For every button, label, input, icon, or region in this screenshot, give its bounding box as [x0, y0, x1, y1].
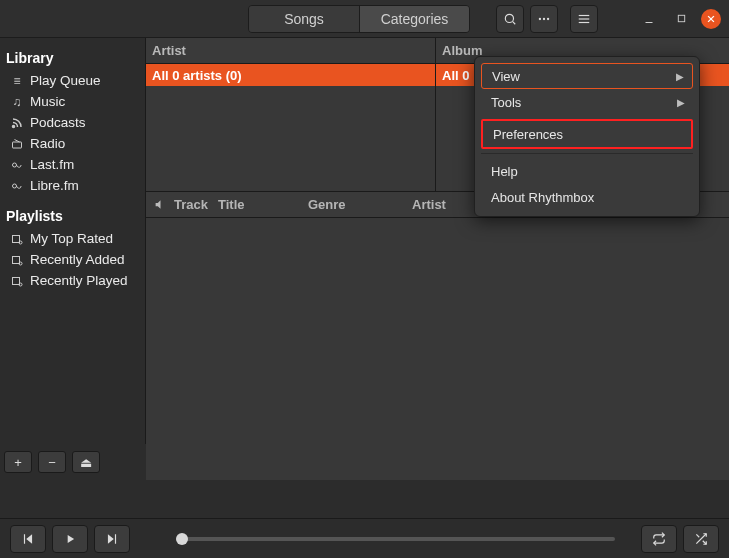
repeat-icon	[652, 532, 666, 546]
menu-help[interactable]: Help	[481, 158, 693, 184]
sidebar-item-label: Last.fm	[30, 157, 74, 172]
artist-list[interactable]: All 0 artists (0)	[146, 64, 436, 191]
svg-point-2	[539, 17, 541, 19]
eject-button[interactable]: ⏏	[72, 451, 100, 473]
sidebar-item-label: Libre.fm	[30, 178, 79, 193]
seek-handle[interactable]	[176, 533, 188, 545]
window-close[interactable]	[701, 9, 721, 29]
tab-categories[interactable]: Categories	[359, 6, 469, 32]
menu-separator	[481, 153, 693, 154]
svg-point-18	[19, 241, 22, 244]
maximize-icon	[676, 13, 687, 24]
svg-point-0	[505, 14, 513, 22]
sidebar-item-lastfm[interactable]: Last.fm	[0, 154, 145, 175]
svg-point-4	[547, 17, 549, 19]
minimize-icon	[643, 13, 655, 25]
artist-row-all[interactable]: All 0 artists (0)	[146, 64, 435, 86]
shuffle-icon	[694, 532, 708, 546]
menu-label: Preferences	[493, 127, 563, 142]
svg-point-22	[19, 283, 22, 286]
svg-point-12	[13, 125, 15, 127]
column-header-playing[interactable]	[146, 198, 174, 211]
search-icon	[503, 12, 517, 26]
column-header-artist[interactable]: Artist	[146, 38, 436, 63]
svg-point-20	[19, 262, 22, 265]
play-button[interactable]	[52, 525, 88, 553]
shuffle-button[interactable]	[683, 525, 719, 553]
sidebar-item-podcasts[interactable]: Podcasts	[0, 112, 145, 133]
seek-track	[176, 537, 615, 541]
sidebar-item-label: My Top Rated	[30, 231, 113, 246]
sidebar-item-label: Podcasts	[30, 115, 86, 130]
search-button[interactable]	[496, 5, 524, 33]
menu-label: Tools	[491, 95, 521, 110]
sidebar-bottom-toolbar: + − ⏏	[0, 444, 146, 480]
sidebar-item-label: Radio	[30, 136, 65, 151]
sidebar-item-recently-played[interactable]: Recently Played	[0, 270, 145, 291]
menu-about[interactable]: About Rhythmbox	[481, 184, 693, 210]
minus-icon: −	[48, 455, 56, 470]
sidebar-item-play-queue[interactable]: ≡ Play Queue	[0, 70, 145, 91]
song-list[interactable]	[146, 218, 729, 480]
skip-forward-icon	[105, 532, 119, 546]
seek-bar[interactable]	[176, 537, 615, 541]
repeat-button[interactable]	[641, 525, 677, 553]
window-maximize[interactable]	[669, 7, 693, 31]
hamburger-icon	[577, 12, 591, 26]
app-menu-button[interactable]	[570, 5, 598, 33]
music-icon: ♫	[10, 95, 24, 109]
menu-preferences[interactable]: Preferences	[481, 119, 693, 149]
window-minimize[interactable]	[637, 7, 661, 31]
sidebar-item-label: Play Queue	[30, 73, 101, 88]
svg-rect-17	[13, 235, 20, 242]
sidebar-item-label: Music	[30, 94, 65, 109]
speaker-icon	[154, 198, 167, 211]
list-icon: ≡	[10, 74, 24, 88]
rss-icon	[10, 117, 24, 129]
sidebar-item-librefm[interactable]: Libre.fm	[0, 175, 145, 196]
svg-rect-13	[13, 142, 22, 148]
chevron-right-icon: ▶	[677, 97, 685, 108]
sidebar-item-radio[interactable]: Radio	[0, 133, 145, 154]
svg-point-15	[13, 163, 17, 167]
svg-line-1	[513, 21, 516, 24]
sidebar-item-label: Recently Added	[30, 252, 125, 267]
titlebar: Songs Categories	[0, 0, 729, 38]
librefm-icon	[10, 180, 24, 192]
playlist-auto-icon	[10, 254, 24, 266]
menu-view[interactable]: View ▶	[481, 63, 693, 89]
radio-icon	[10, 138, 24, 150]
sidebar-item-label: Recently Played	[30, 273, 128, 288]
playlist-remove-button[interactable]: −	[38, 451, 66, 473]
menu-label: About Rhythmbox	[491, 190, 594, 205]
sidebar-item-recently-added[interactable]: Recently Added	[0, 249, 145, 270]
playlist-add-button[interactable]: +	[4, 451, 32, 473]
sidebar-item-top-rated[interactable]: My Top Rated	[0, 228, 145, 249]
lastfm-icon	[10, 159, 24, 171]
column-header-title[interactable]: Title	[218, 197, 308, 212]
svg-rect-19	[13, 256, 20, 263]
sidebar-heading-library: Library	[0, 44, 145, 70]
svg-rect-9	[678, 15, 684, 21]
sidebar-heading-playlists: Playlists	[0, 202, 145, 228]
previous-button[interactable]	[10, 525, 46, 553]
sidebar-item-music[interactable]: ♫ Music	[0, 91, 145, 112]
playlist-auto-icon	[10, 233, 24, 245]
svg-rect-21	[13, 277, 20, 284]
sidebar: Library ≡ Play Queue ♫ Music Podcasts Ra…	[0, 38, 146, 480]
playlist-auto-icon	[10, 275, 24, 287]
eject-icon: ⏏	[80, 455, 92, 470]
close-icon	[706, 14, 716, 24]
player-bar	[0, 518, 729, 558]
svg-point-3	[543, 17, 545, 19]
play-icon	[63, 532, 77, 546]
next-button[interactable]	[94, 525, 130, 553]
menu-label: View	[492, 69, 520, 84]
chevron-right-icon: ▶	[676, 71, 684, 82]
tab-songs[interactable]: Songs	[249, 6, 359, 32]
column-header-genre[interactable]: Genre	[308, 197, 412, 212]
column-header-track[interactable]: Track	[174, 197, 218, 212]
menu-tools[interactable]: Tools ▶	[481, 89, 693, 115]
app-menu-popup: View ▶ Tools ▶ Preferences Help About Rh…	[474, 56, 700, 217]
more-button[interactable]	[530, 5, 558, 33]
